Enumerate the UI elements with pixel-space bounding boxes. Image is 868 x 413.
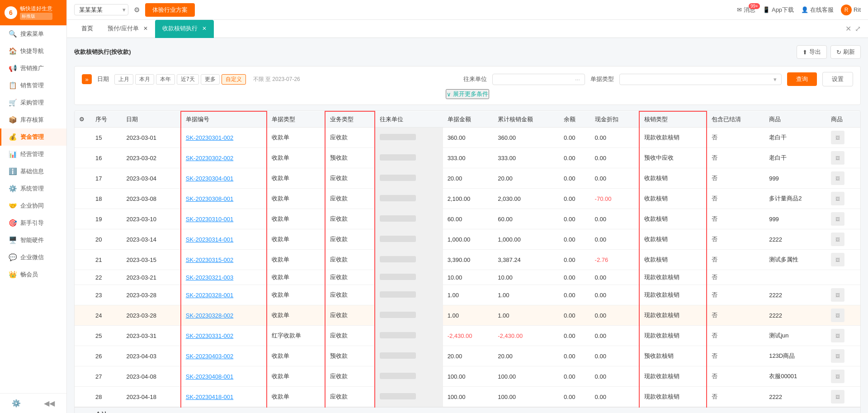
td-bill-amount: 60.00: [443, 209, 494, 229]
filter-date-this-month[interactable]: 本月: [135, 74, 154, 85]
sidebar-item-hardware[interactable]: 🖥️ 智能硬件: [0, 232, 66, 249]
bill-no-link[interactable]: SK-20230314-001: [186, 236, 234, 243]
sidebar-item-sales[interactable]: 📋 销售管理: [0, 77, 66, 94]
tab-prepayment[interactable]: 预付/应付单 ✕: [100, 20, 155, 38]
table-row: 24 2023-03-28 SK-20230328-002 收款单 应收款 1.…: [75, 305, 860, 326]
td-counterpart: [375, 285, 443, 305]
td-bill-amount: 360.00: [443, 128, 494, 148]
topbar-service-btn[interactable]: 👤 在线客服: [801, 6, 834, 14]
bill-no-link[interactable]: SK-20230408-001: [186, 373, 234, 380]
refresh-icon: ↻: [836, 49, 841, 56]
td-write-off-type: 现款收款核销: [639, 366, 707, 387]
td-total-write-off: 60.00: [493, 209, 559, 229]
sidebar-item-finance[interactable]: 💰 资金管理: [0, 128, 66, 146]
sidebar-item-member[interactable]: 👑 畅会员: [0, 266, 66, 283]
filter-expand-arrow[interactable]: »: [82, 74, 92, 84]
sidebar-item-marketing[interactable]: 📢 营销推广: [0, 60, 66, 77]
refresh-button[interactable]: ↻ 刷新: [830, 45, 861, 59]
topbar-company-select[interactable]: 某某某某: [74, 4, 128, 15]
sidebar-item-label-sales: 销售管理: [20, 81, 44, 90]
tabs-close-all-icon[interactable]: ✕: [845, 24, 851, 33]
sidebar-item-quick-nav[interactable]: 🏠 快捷导航: [0, 43, 66, 60]
tab-collection-exec[interactable]: 收款核销执行 ✕: [155, 20, 214, 38]
td-balance: 0.00: [559, 128, 590, 148]
column-settings-icon[interactable]: ⚙: [79, 116, 85, 123]
filter-date-custom[interactable]: 自定义: [222, 74, 246, 85]
sidebar-item-system[interactable]: ⚙️ 系统管理: [0, 180, 66, 197]
filter-date-this-year[interactable]: 本年: [156, 74, 175, 85]
filter-date-last-month[interactable]: 上月: [114, 74, 133, 85]
filter-counterpart-input-wrap: ···: [492, 74, 585, 85]
query-button[interactable]: 查询: [787, 72, 817, 86]
bill-no-link[interactable]: SK-20230315-002: [186, 256, 234, 263]
td-counterpart: [375, 387, 443, 408]
filter-date-7days[interactable]: 近7天: [177, 74, 199, 85]
bill-no-link[interactable]: SK-20230302-002: [186, 155, 234, 161]
sidebar-item-label-finance: 资金管理: [20, 133, 44, 141]
bill-no-link[interactable]: SK-20230308-001: [186, 195, 234, 202]
export-button[interactable]: ⬆ 导出: [797, 45, 827, 59]
filter-expand-btn[interactable]: ∨ 展开更多条件: [446, 89, 489, 99]
th-goods: 商品: [764, 111, 826, 128]
sidebar-logo-badge: 标推版: [20, 13, 52, 20]
td-total-write-off: 333.00: [493, 148, 559, 168]
sidebar-item-search[interactable]: 🔍 搜索菜单: [0, 25, 66, 43]
tab-home[interactable]: 首页: [74, 20, 100, 38]
td-settings: [75, 128, 91, 148]
sidebar-settings-btn[interactable]: ⚙️: [8, 397, 24, 409]
td-cash-discount: 0.00: [590, 346, 640, 366]
td-no: 27: [91, 366, 122, 387]
bill-no-link[interactable]: SK-20230328-002: [186, 312, 234, 319]
table-row: 17 2023-03-04 SK-20230304-001 收款单 应收款 20…: [75, 168, 860, 189]
topbar-user-name[interactable]: R Rit: [841, 5, 861, 15]
bill-no-link[interactable]: SK-20230331-002: [186, 332, 234, 339]
td-counterpart: [375, 189, 443, 209]
td-goods-img: 🖼: [826, 346, 860, 366]
table-row: 19 2023-03-10 SK-20230310-001 收款单 应收款 60…: [75, 209, 860, 229]
tab-collection-exec-close-icon[interactable]: ✕: [202, 25, 207, 32]
beginner-icon: 🎯: [9, 219, 17, 227]
member-icon: 👑: [9, 271, 17, 279]
bill-no-link[interactable]: SK-20230301-002: [186, 134, 234, 141]
sidebar-item-enterprise[interactable]: 🤝 企业协同: [0, 197, 66, 214]
goods-image: 🖼: [831, 192, 844, 205]
td-write-off-type: 预收中应收: [639, 148, 707, 168]
sidebar-item-beginner[interactable]: 🎯 新手引导: [0, 214, 66, 232]
td-include-settled: 否: [707, 305, 764, 326]
td-bill-no: SK-20230321-003: [181, 270, 267, 285]
td-counterpart: [375, 326, 443, 346]
th-settings[interactable]: ⚙: [75, 111, 91, 128]
tabs-expand-icon[interactable]: ⤢: [855, 24, 861, 33]
td-write-off-type: 现款收款核销: [639, 128, 707, 148]
td-date: 2023-03-01: [122, 128, 180, 148]
sidebar-item-inventory[interactable]: 📦 库存核算: [0, 111, 66, 128]
sidebar-item-operations[interactable]: 📊 经营管理: [0, 146, 66, 163]
topbar-gear-icon[interactable]: ⚙: [132, 4, 142, 16]
td-biz-type: 应收款: [325, 229, 375, 250]
topbar-solution-btn[interactable]: 体验行业方案: [145, 3, 195, 17]
tab-prepayment-close-icon[interactable]: ✕: [143, 25, 148, 32]
bill-no-link[interactable]: SK-20230321-003: [186, 274, 234, 281]
bill-no-link[interactable]: SK-20230418-001: [186, 394, 234, 400]
sidebar-item-weixin[interactable]: 💬 企业微信: [0, 249, 66, 266]
sidebar-item-basic-info[interactable]: ℹ️ 基础信息: [0, 163, 66, 180]
table-row: 27 2023-04-08 SK-20230408-001 收款单 应收款 10…: [75, 366, 860, 387]
td-biz-type: 应收款: [325, 326, 375, 346]
td-cash-discount: 0.00: [590, 285, 640, 305]
bill-no-link[interactable]: SK-20230328-001: [186, 292, 234, 299]
settings-button[interactable]: 设置: [822, 72, 853, 86]
sidebar-collapse-btn[interactable]: ◀◀: [40, 397, 58, 409]
bill-no-link[interactable]: SK-20230403-002: [186, 353, 234, 360]
topbar-app-btn[interactable]: 📱 App下载: [763, 6, 794, 14]
topbar-message-btn[interactable]: ✉ 消息 99+: [737, 6, 755, 14]
filter-counterpart-input[interactable]: [497, 76, 573, 83]
sidebar-item-purchase[interactable]: 🛒 采购管理: [0, 94, 66, 111]
td-no: 21: [91, 250, 122, 270]
td-goods-img: 🖼: [826, 148, 860, 168]
td-bill-no: SK-20230331-002: [181, 326, 267, 346]
filter-receipt-type-input[interactable]: [624, 76, 772, 83]
bill-no-link[interactable]: SK-20230310-001: [186, 216, 234, 223]
bill-no-link[interactable]: SK-20230304-001: [186, 175, 234, 182]
weixin-icon: 💬: [9, 253, 17, 261]
filter-date-more[interactable]: 更多: [201, 74, 220, 85]
